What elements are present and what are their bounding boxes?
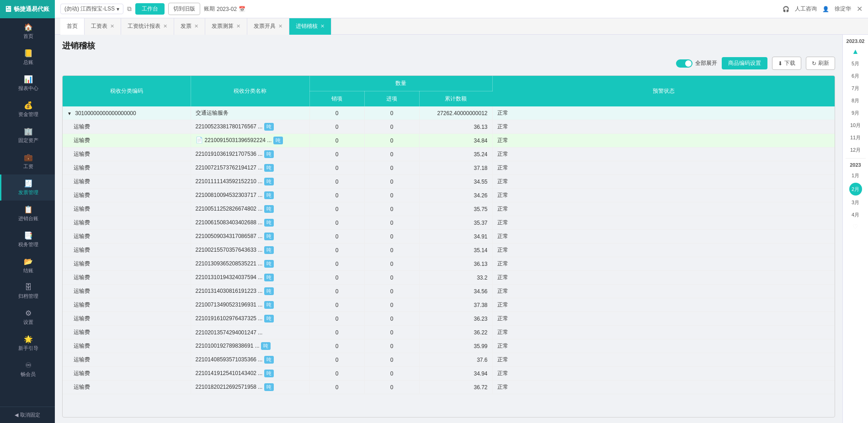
td-item-status: 正常	[492, 367, 835, 381]
sidebar-item-membership[interactable]: ♾ 畅会员	[0, 356, 55, 382]
sidebar-item-tax[interactable]: 📑 税务管理	[0, 227, 55, 253]
td-item-status: 正常	[492, 326, 835, 339]
unit-tag: 吨	[264, 164, 274, 172]
sidebar-item-assets[interactable]: 🏢 固定资产	[0, 122, 55, 148]
td-item-cumulative: 35.37	[419, 216, 492, 230]
tab-sales-check-close[interactable]: ✕	[320, 23, 325, 29]
tab-home[interactable]: 首页	[60, 18, 85, 35]
rp-month-5[interactable]: 5月	[843, 58, 868, 70]
td-item-cumulative: 35.99	[419, 339, 492, 353]
sidebar-item-label: 税务管理	[18, 241, 38, 248]
sidebar-item-purchases[interactable]: 📋 进销台账	[0, 201, 55, 227]
sidebar-item-payroll[interactable]: 💼 工资	[0, 148, 55, 174]
td-item-name: 运输费	[63, 230, 191, 243]
switch-version-button[interactable]: 切到旧版	[168, 3, 200, 15]
close-button[interactable]: ✕	[857, 5, 863, 13]
sidebar-item-label: 新手引导	[18, 345, 38, 352]
th-status: 预警状态	[492, 76, 835, 106]
sidebar-item-funds[interactable]: 💰 资金管理	[0, 96, 55, 122]
tab-invoice-issue-close[interactable]: ✕	[278, 23, 282, 29]
rp-month-6[interactable]: 6月	[843, 70, 868, 82]
rp-month-4[interactable]: 4月	[843, 209, 868, 221]
td-item-cumulative: 36.22	[419, 326, 492, 339]
sidebar-item-reports[interactable]: 📊 报表中心	[0, 70, 55, 96]
rp-month-3[interactable]: 3月	[843, 196, 868, 209]
sidebar-item-ledger[interactable]: 📒 总账	[0, 44, 55, 70]
td-item-name: 运输费	[63, 175, 191, 189]
td-item-taxcode: 221002155703576436​33 ... 吨	[191, 243, 309, 257]
rp-month-8[interactable]: 8月	[843, 95, 868, 107]
td-item-status: 正常	[492, 202, 835, 216]
product-settings-button[interactable]: 商品编码设置	[722, 57, 767, 69]
unit-tag: 吨	[264, 383, 274, 391]
rp-up-arrow[interactable]: ▲	[852, 46, 859, 58]
td-item-taxcode: 221005090343170865​87 ... 吨	[191, 230, 309, 243]
rp-month-7[interactable]: 7月	[843, 82, 868, 95]
sidebar-item-invoice[interactable]: 🧾 发票管理	[0, 174, 55, 201]
td-item-status: 正常	[492, 353, 835, 367]
tab-invoice-issue[interactable]: 发票开具 ✕	[247, 18, 289, 35]
td-item-cumulative: 34.26	[419, 189, 492, 202]
tab-payroll[interactable]: 工资表 ✕	[85, 18, 121, 35]
membership-icon: ♾	[25, 361, 32, 370]
td-group-name: 交通运输服务	[191, 106, 309, 120]
expand-switch[interactable]	[676, 59, 692, 68]
pin-toggle[interactable]: ◀ 取消固定	[0, 407, 55, 423]
td-item-status: 正常	[492, 285, 835, 298]
td-item-cumulative: 34.94	[419, 367, 492, 381]
unit-tag: 吨	[264, 123, 274, 131]
tab-payroll-close[interactable]: ✕	[110, 23, 114, 29]
workbench-button[interactable]: 工作台	[135, 3, 165, 15]
rp-year-2023: 2023	[850, 160, 861, 169]
sidebar-item-archive[interactable]: 🗄 归档管理	[0, 279, 55, 304]
td-item-name: 运输费	[63, 202, 191, 216]
sidebar-item-close-accounts[interactable]: 📂 结账	[0, 253, 55, 279]
td-item-name: 运输费	[63, 161, 191, 175]
td-item-purchase: 0	[364, 148, 419, 161]
download-button[interactable]: ⬇ 下载	[772, 57, 801, 70]
tab-payroll-label: 工资表	[91, 22, 107, 30]
sidebar-item-label: 工资	[23, 163, 33, 170]
rp-month-12[interactable]: 12月	[843, 144, 868, 156]
calendar-icon[interactable]: 📅	[239, 6, 245, 12]
td-item-status: 正常	[492, 134, 835, 148]
tab-payroll-stats-close[interactable]: ✕	[163, 23, 167, 29]
td-item-name: 运输费	[63, 353, 191, 367]
td-item-cumulative: 34.91	[419, 230, 492, 243]
expand-arrow-icon[interactable]: ▼	[67, 111, 72, 116]
rp-month-2-active[interactable]: 2月	[849, 183, 862, 196]
td-item-name: 运输费	[63, 367, 191, 381]
rp-month-10[interactable]: 10月	[843, 119, 868, 132]
company-selector[interactable]: (勿动) 江西报宝-LSS ▾	[60, 4, 123, 14]
tab-sales-check[interactable]: 进销稽核 ✕	[289, 18, 331, 35]
sidebar-item-home[interactable]: 🏠 首页	[0, 18, 55, 44]
file-icon: 📄	[196, 137, 203, 143]
period-value: 2023-02	[217, 6, 237, 12]
unit-tag: 吨	[264, 301, 274, 309]
support-label[interactable]: 人工咨询	[795, 5, 817, 13]
tab-invoice-close[interactable]: ✕	[194, 23, 198, 29]
td-item-cumulative: 35.14	[419, 243, 492, 257]
td-item-purchase: 0	[364, 202, 419, 216]
refresh-button[interactable]: ↻ 刷新	[806, 57, 835, 70]
rp-month-9[interactable]: 9月	[843, 107, 868, 119]
tab-invoice-calc-close[interactable]: ✕	[236, 23, 240, 29]
sidebar: 🖥 畅捷通易代账 🏠 首页 📒 总账 📊 报表中心 💰 资金管理 🏢 固定资产 …	[0, 0, 55, 423]
td-group-purchase: 0	[364, 106, 419, 120]
data-table: 税收分类编码 税收分类名称 数量 预警状态 销项 进项 累计数额	[62, 75, 835, 418]
rp-month-1[interactable]: 1月	[843, 169, 868, 182]
payroll-icon: 💼	[24, 153, 33, 162]
rp-month-11[interactable]: 11月	[843, 132, 868, 144]
tab-payroll-stats[interactable]: 工资统计报表 ✕	[121, 18, 174, 35]
expand-toggle[interactable]: 全部展开	[676, 59, 717, 68]
td-item-taxcode: 221011111435921522​10 ... 吨	[191, 175, 309, 189]
copy-icon[interactable]: ⧉	[127, 5, 132, 13]
sidebar-item-label: 发票管理	[18, 189, 38, 196]
unit-tag: 吨	[264, 178, 274, 185]
sidebar-item-settings[interactable]: ⚙ 设置	[0, 304, 55, 330]
tab-sales-check-label: 进销稽核	[296, 22, 318, 30]
tab-invoice-calc[interactable]: 发票测算 ✕	[205, 18, 247, 35]
sidebar-item-guide[interactable]: 🌟 新手引导	[0, 330, 55, 356]
tab-invoice[interactable]: 发票 ✕	[174, 18, 205, 35]
th-sales: 销项	[309, 91, 364, 107]
